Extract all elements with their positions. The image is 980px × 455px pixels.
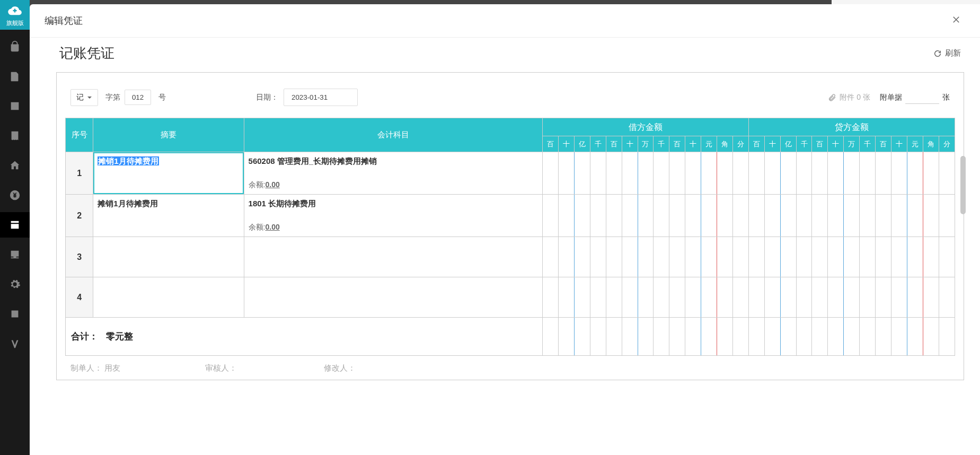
debit-digit[interactable] <box>606 152 622 195</box>
credit-digit[interactable] <box>923 277 939 318</box>
credit-digit[interactable] <box>860 277 876 318</box>
credit-digit[interactable] <box>812 195 828 237</box>
account-cell[interactable]: 1801 长期待摊费用余额:0.00 <box>244 195 542 237</box>
debit-digit[interactable] <box>701 195 717 237</box>
sidebar-item-5[interactable] <box>0 153 30 178</box>
debit-digit[interactable] <box>701 277 717 318</box>
credit-digit[interactable] <box>923 195 939 237</box>
sidebar-item-7[interactable] <box>0 212 30 238</box>
credit-digit[interactable] <box>780 152 796 195</box>
credit-digit[interactable] <box>796 152 812 195</box>
credit-digit[interactable] <box>748 152 764 195</box>
credit-digit[interactable] <box>844 195 860 237</box>
debit-digit[interactable] <box>654 152 669 195</box>
debit-digit[interactable] <box>669 277 685 318</box>
credit-digit[interactable] <box>748 277 764 318</box>
account-cell[interactable] <box>244 237 542 277</box>
debit-digit[interactable] <box>732 237 748 277</box>
debit-digit[interactable] <box>606 195 622 237</box>
voucher-number-input[interactable] <box>125 90 151 105</box>
debit-digit[interactable] <box>685 277 701 318</box>
credit-digit[interactable] <box>780 277 796 318</box>
credit-digit[interactable] <box>876 237 891 277</box>
debit-digit[interactable] <box>543 277 559 318</box>
summary-cell[interactable]: 摊销1月待摊费用 <box>93 195 244 237</box>
debit-digit[interactable] <box>685 152 701 195</box>
debit-digit[interactable] <box>638 237 654 277</box>
debit-digit[interactable] <box>543 195 559 237</box>
credit-digit[interactable] <box>939 277 955 318</box>
summary-cell[interactable] <box>93 237 244 277</box>
credit-digit[interactable] <box>844 277 860 318</box>
debit-digit[interactable] <box>558 195 574 237</box>
date-input[interactable] <box>284 89 358 106</box>
debit-digit[interactable] <box>732 195 748 237</box>
credit-digit[interactable] <box>876 152 891 195</box>
credit-digit[interactable] <box>764 277 780 318</box>
debit-digit[interactable] <box>558 277 574 318</box>
credit-digit[interactable] <box>939 195 955 237</box>
credit-digit[interactable] <box>907 277 923 318</box>
scrollbar[interactable] <box>960 156 966 214</box>
credit-digit[interactable] <box>828 277 844 318</box>
debit-digit[interactable] <box>717 152 733 195</box>
credit-digit[interactable] <box>891 237 907 277</box>
debit-digit[interactable] <box>685 237 701 277</box>
credit-digit[interactable] <box>923 152 939 195</box>
debit-digit[interactable] <box>590 152 606 195</box>
credit-digit[interactable] <box>796 237 812 277</box>
debit-digit[interactable] <box>717 195 733 237</box>
credit-digit[interactable] <box>812 277 828 318</box>
debit-digit[interactable] <box>638 152 654 195</box>
debit-digit[interactable] <box>543 237 559 277</box>
credit-digit[interactable] <box>860 152 876 195</box>
sidebar-logo[interactable]: 旗舰版 <box>0 0 30 30</box>
debit-digit[interactable] <box>669 195 685 237</box>
credit-digit[interactable] <box>844 237 860 277</box>
summary-cell[interactable] <box>93 277 244 318</box>
debit-digit[interactable] <box>590 237 606 277</box>
debit-digit[interactable] <box>574 152 590 195</box>
debit-digit[interactable] <box>732 277 748 318</box>
debit-digit[interactable] <box>606 237 622 277</box>
credit-digit[interactable] <box>891 195 907 237</box>
account-cell[interactable] <box>244 277 542 318</box>
sidebar-item-4[interactable] <box>0 123 30 148</box>
debit-digit[interactable] <box>669 152 685 195</box>
debit-digit[interactable] <box>574 277 590 318</box>
credit-digit[interactable] <box>748 237 764 277</box>
debit-digit[interactable] <box>606 277 622 318</box>
credit-digit[interactable] <box>780 195 796 237</box>
debit-digit[interactable] <box>622 237 638 277</box>
credit-digit[interactable] <box>876 277 891 318</box>
credit-digit[interactable] <box>860 195 876 237</box>
sidebar-item-8[interactable] <box>0 242 30 267</box>
debit-digit[interactable] <box>574 237 590 277</box>
sidebar-item-11[interactable] <box>0 331 30 356</box>
debit-digit[interactable] <box>622 195 638 237</box>
debit-digit[interactable] <box>638 277 654 318</box>
debit-digit[interactable] <box>685 195 701 237</box>
credit-digit[interactable] <box>939 152 955 195</box>
credit-digit[interactable] <box>860 237 876 277</box>
credit-digit[interactable] <box>764 237 780 277</box>
debit-digit[interactable] <box>543 152 559 195</box>
debit-digit[interactable] <box>622 152 638 195</box>
sidebar-item-6[interactable] <box>0 182 30 208</box>
debit-digit[interactable] <box>654 195 669 237</box>
credit-digit[interactable] <box>812 152 828 195</box>
debit-digit[interactable] <box>622 277 638 318</box>
credit-digit[interactable] <box>876 195 891 237</box>
account-cell[interactable]: 560208 管理费用_长期待摊费用摊销余额:0.00 <box>244 152 542 195</box>
debit-digit[interactable] <box>654 237 669 277</box>
sidebar-item-3[interactable] <box>0 93 30 119</box>
credit-digit[interactable] <box>907 152 923 195</box>
sidebar-item-10[interactable] <box>0 301 30 327</box>
credit-digit[interactable] <box>764 195 780 237</box>
doc-count-input[interactable] <box>905 91 939 104</box>
credit-digit[interactable] <box>907 195 923 237</box>
attachment-link[interactable]: 附件 0 张 <box>828 93 870 102</box>
credit-digit[interactable] <box>828 237 844 277</box>
debit-digit[interactable] <box>701 237 717 277</box>
debit-digit[interactable] <box>717 237 733 277</box>
